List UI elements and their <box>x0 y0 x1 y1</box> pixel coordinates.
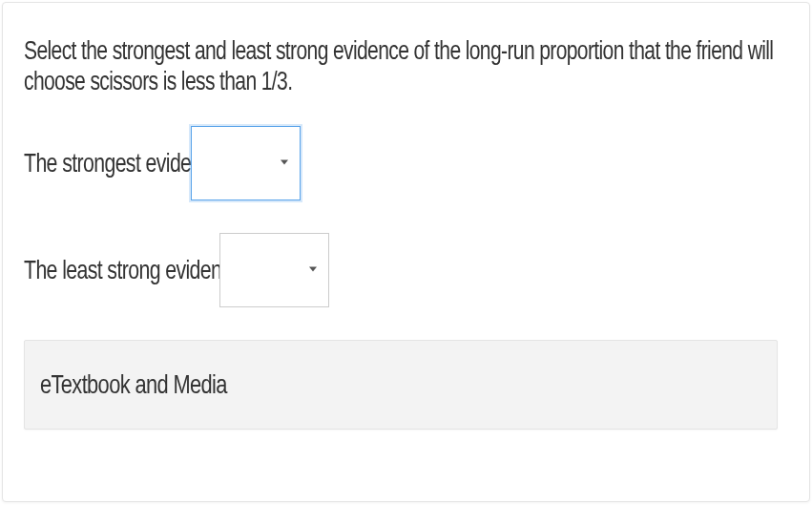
chevron-down-icon <box>309 266 317 274</box>
question-instruction: Select the strongest and least strong ev… <box>24 35 787 97</box>
least-strong-select[interactable] <box>219 233 329 307</box>
field-row-least-strong: The least strong evidence is <box>24 233 788 307</box>
chevron-down-icon <box>281 159 288 167</box>
accordion-label: eTextbook and Media <box>40 369 227 400</box>
strongest-select[interactable] <box>191 126 301 200</box>
question-card: Select the strongest and least strong ev… <box>2 2 810 502</box>
strongest-label: The strongest evidence is <box>24 148 151 178</box>
least-strong-label: The least strong evidence is <box>24 255 173 285</box>
etextbook-media-accordion[interactable]: eTextbook and Media <box>24 340 778 430</box>
field-row-strongest: The strongest evidence is <box>24 126 788 200</box>
